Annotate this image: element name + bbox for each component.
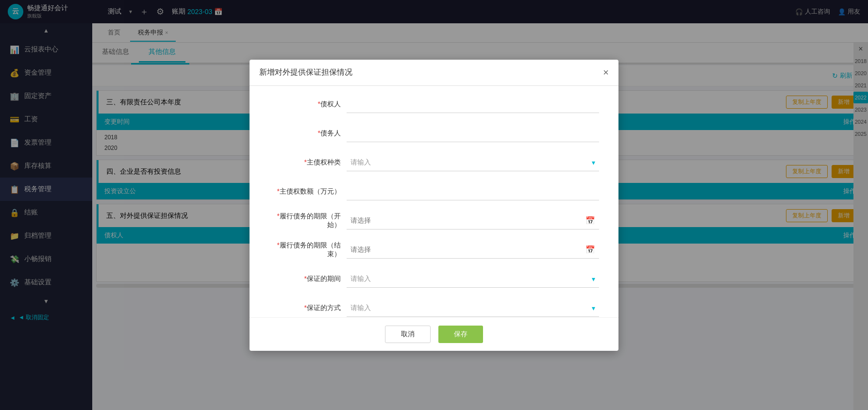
label-claim-type: *主债权种类 — [269, 158, 347, 167]
form-row-claim-type: *主债权种类 请输入 ▾ — [269, 154, 599, 171]
select-guarantee-period[interactable]: 请输入 — [347, 270, 599, 288]
input-debtor[interactable] — [347, 125, 599, 142]
required-mark-claim-amount: * — [277, 187, 280, 195]
label-debt-start: *履行债务的期限（开始） — [269, 212, 347, 230]
dialog-overlay: 新增对外提供保证担保情况 × *债权人 *债务人 *主债权种类 — [0, 0, 868, 410]
label-guarantee-method: *保证的方式 — [269, 304, 347, 312]
select-wrapper-guarantee-method: 请输入 ▾ — [347, 299, 599, 317]
required-mark-debtor: * — [318, 129, 320, 137]
label-debtor: *债务人 — [269, 129, 347, 138]
dialog: 新增对外提供保证担保情况 × *债权人 *债务人 *主债权种类 — [250, 60, 618, 351]
form-row-debt-end: *履行债务的期限（结束） 📅 — [269, 241, 599, 259]
dialog-title: 新增对外提供保证担保情况 — [259, 67, 352, 78]
form-row-claim-amount: *主债权数额（万元） — [269, 183, 599, 200]
label-creditor: *债权人 — [269, 100, 347, 109]
required-mark-debt-start: * — [277, 212, 280, 220]
label-guarantee-period: *保证的期间 — [269, 275, 347, 283]
label-claim-amount: *主债权数额（万元） — [269, 187, 347, 196]
dialog-footer: 取消 保存 — [250, 317, 618, 351]
label-debt-end: *履行债务的期限（结束） — [269, 241, 347, 259]
input-debt-start[interactable] — [347, 212, 599, 230]
input-claim-amount[interactable] — [347, 183, 599, 200]
required-mark-guarantee-period: * — [304, 275, 307, 282]
dialog-close-btn[interactable]: × — [603, 67, 609, 77]
dialog-header: 新增对外提供保证担保情况 × — [250, 60, 618, 86]
select-wrapper-claim-type: 请输入 ▾ — [347, 154, 599, 171]
form-row-debt-start: *履行债务的期限（开始） 📅 — [269, 212, 599, 230]
required-mark-creditor: * — [318, 100, 320, 108]
save-button[interactable]: 保存 — [438, 326, 483, 343]
form-row-guarantee-period: *保证的期间 请输入 ▾ — [269, 270, 599, 288]
form-row-guarantee-method: *保证的方式 请输入 ▾ — [269, 299, 599, 317]
cancel-button[interactable]: 取消 — [385, 326, 431, 343]
required-mark-guarantee-method: * — [304, 304, 307, 312]
form-row-creditor: *债权人 — [269, 96, 599, 113]
date-wrapper-debt-end: 📅 — [347, 241, 599, 259]
select-guarantee-method[interactable]: 请输入 — [347, 299, 599, 317]
input-creditor[interactable] — [347, 96, 599, 113]
input-debt-end[interactable] — [347, 241, 599, 259]
select-claim-type[interactable]: 请输入 — [347, 154, 599, 171]
date-wrapper-debt-start: 📅 — [347, 212, 599, 230]
dialog-body: *债权人 *债务人 *主债权种类 请输入 — [250, 86, 618, 317]
select-wrapper-guarantee-period: 请输入 ▾ — [347, 270, 599, 288]
required-mark-claim-type: * — [304, 158, 307, 166]
required-mark-debt-end: * — [277, 241, 280, 249]
form-row-debtor: *债务人 — [269, 125, 599, 142]
